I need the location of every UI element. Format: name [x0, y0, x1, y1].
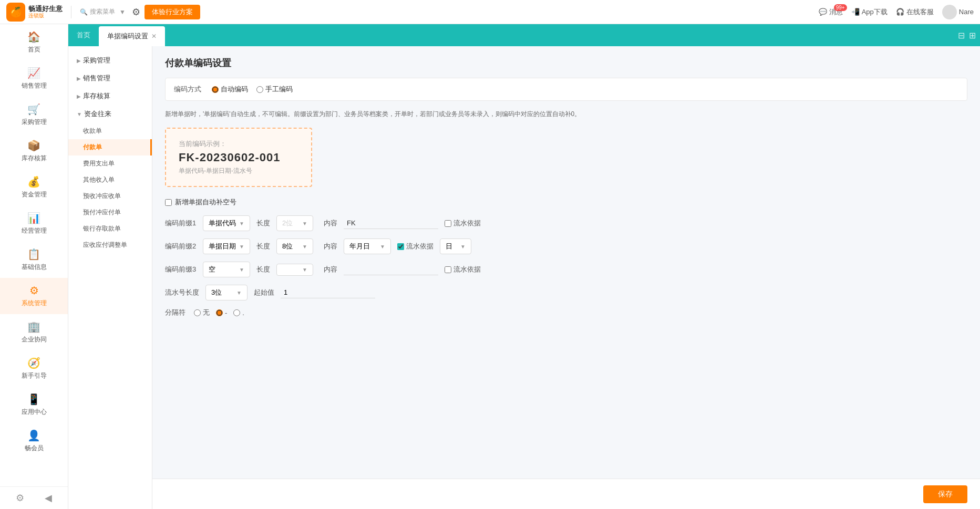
prefix2-label: 编码前缀2: [165, 242, 197, 251]
prefix1-arrow-icon: ▼: [239, 221, 244, 226]
tab-encode-setting[interactable]: 单据编码设置 ✕: [99, 26, 165, 46]
prefix2-content-select[interactable]: 年月日 ▼: [344, 238, 391, 254]
sidebar-item-member[interactable]: 👤 畅会员: [0, 423, 68, 459]
sidebar-item-finance[interactable]: 💰 资金管理: [0, 169, 68, 205]
separator-dash[interactable]: -: [216, 309, 227, 317]
right-section: 付款单编码设置 编码方式 自动编码 手工编码: [152, 46, 980, 509]
menu-item-payment[interactable]: 付款单: [68, 139, 152, 155]
sidebar-item-app[interactable]: 📱 应用中心: [0, 387, 68, 423]
menu-item-prepaid-payable[interactable]: 预付冲应付单: [68, 204, 152, 221]
dropdown-arrow-icon[interactable]: ▼: [119, 8, 126, 16]
search-menu-button[interactable]: 🔍 搜索菜单: [80, 7, 115, 16]
prefix1-label: 编码前缀1: [165, 219, 197, 228]
separator-none[interactable]: 无: [194, 308, 210, 317]
prefix2-serial-checkbox[interactable]: [397, 243, 404, 250]
menu-item-adjust[interactable]: 应收应付调整单: [68, 237, 152, 253]
menu-group-capital-title[interactable]: ▼ 资金往来: [68, 105, 152, 123]
prefix1-serial-check[interactable]: 流水依据: [445, 219, 481, 228]
serial-length-value: 3位: [211, 288, 222, 297]
manual-code-label: 手工编码: [265, 85, 293, 94]
separator-none-radio[interactable]: [194, 309, 201, 316]
menu-group-inventory-title[interactable]: ▶ 库存核算: [68, 87, 152, 105]
logo-icon: 🍊: [6, 3, 25, 22]
menu-item-other-income[interactable]: 其他收入单: [68, 172, 152, 188]
maximize-icon[interactable]: ⊞: [969, 30, 976, 40]
sidebar-item-operation[interactable]: 📊 经营管理: [0, 205, 68, 242]
menu-group-purchase-title[interactable]: ▶ 采购管理: [68, 51, 152, 69]
menu-item-receipts[interactable]: 收款单: [68, 123, 152, 139]
prefix3-select[interactable]: 空 ▼: [203, 262, 250, 277]
prefix3-content-input[interactable]: [344, 264, 438, 275]
sidebar-item-sales[interactable]: 📈 销售管理: [0, 60, 68, 97]
separator-dot-radio[interactable]: [233, 309, 240, 316]
sidebar-item-enterprise-label: 企业协同: [22, 335, 47, 344]
sales-group-label: 销售管理: [83, 74, 110, 83]
menu-item-expense[interactable]: 费用支出单: [68, 155, 152, 172]
prefix1-row: 编码前缀1 单据代码 ▼ 长度 2位 ▼ 内容: [165, 215, 967, 231]
prefix2-serial-check[interactable]: 流水依据: [397, 242, 434, 251]
prefix2-content-arrow-icon: ▼: [380, 244, 385, 250]
minimize-icon[interactable]: ⊟: [958, 30, 965, 40]
tab-home[interactable]: 首页: [68, 24, 99, 46]
sidebar-item-basic[interactable]: 📋 基础信息: [0, 242, 68, 278]
online-service-label: 在线客服: [906, 7, 934, 17]
prefix1-content-input[interactable]: [344, 217, 438, 229]
sidebar-item-purchase[interactable]: 🛒 采购管理: [0, 97, 68, 133]
manual-code-radio[interactable]: 手工编码: [256, 85, 293, 94]
auto-fill-label: 新增单据自动补空号: [175, 198, 236, 207]
start-value-input[interactable]: [281, 287, 375, 298]
prefix2-period-value: 日: [446, 242, 452, 251]
serial-row: 流水号长度 3位 ▼ 起始值: [165, 285, 967, 300]
serial-length-select[interactable]: 3位 ▼: [205, 285, 247, 300]
online-service-item[interactable]: 🎧 在线客服: [896, 7, 934, 17]
tab-home-label: 首页: [77, 30, 90, 40]
app-icon: 📱: [27, 393, 40, 406]
sidebar-item-enterprise[interactable]: 🏢 企业协同: [0, 314, 68, 350]
sidebar-item-home[interactable]: 🏠 首页: [0, 24, 68, 60]
main-layout: 🏠 首页 📈 销售管理 🛒 采购管理 📦 库存核算 💰 资金管理 📊 经营管理 …: [0, 24, 980, 509]
manual-code-radio-input[interactable]: [256, 86, 263, 93]
settings-icon[interactable]: ⚙: [132, 6, 140, 18]
save-button[interactable]: 保存: [923, 485, 967, 503]
user-item[interactable]: Nare: [942, 5, 974, 19]
enterprise-icon: 🏢: [27, 320, 40, 333]
content-area: 首页 单据编码设置 ✕ ⊟ ⊞ ▶ 采购管理: [68, 24, 980, 509]
prefix2-period-select[interactable]: 日 ▼: [440, 238, 471, 254]
auto-code-radio-input[interactable]: [212, 86, 219, 93]
sidebar-item-guide[interactable]: 🧭 新手引导: [0, 350, 68, 387]
auto-code-radio[interactable]: 自动编码: [212, 85, 248, 94]
sidebar-settings-button[interactable]: ⚙: [16, 492, 24, 504]
auto-code-label: 自动编码: [221, 85, 248, 94]
purchase-group-label: 采购管理: [83, 56, 110, 65]
prefix1-serial-checkbox[interactable]: [445, 220, 451, 227]
prefix2-length-value: 8位: [282, 242, 293, 251]
prefix3-length-select[interactable]: ▼: [276, 264, 313, 276]
menu-group-purchase: ▶ 采购管理: [68, 51, 152, 69]
app-download-item[interactable]: 📲 App下载: [851, 7, 888, 17]
separator-dash-radio[interactable]: [216, 309, 223, 316]
menu-item-bank-deposit[interactable]: 银行存取款单: [68, 221, 152, 237]
sidebar-item-system[interactable]: ⚙ 系统管理: [0, 278, 68, 314]
prefix3-serial-checkbox[interactable]: [445, 266, 451, 273]
sidebar-collapse-button[interactable]: ◀: [45, 492, 52, 504]
user-name: Nare: [959, 8, 974, 16]
tab-close-icon[interactable]: ✕: [151, 33, 157, 40]
sidebar-item-home-label: 首页: [28, 45, 40, 54]
prefix2-length-arrow-icon: ▼: [302, 244, 307, 250]
prefix1-select[interactable]: 单据代码 ▼: [203, 215, 250, 231]
sidebar-item-purchase-label: 采购管理: [22, 118, 47, 127]
prefix2-length-select[interactable]: 8位 ▼: [276, 238, 313, 254]
prefix3-serial-check[interactable]: 流水依据: [445, 265, 481, 274]
experience-button[interactable]: 体验行业方案: [145, 5, 200, 19]
prefix2-serial-label: 流水依据: [406, 242, 434, 251]
separator-dot[interactable]: .: [233, 309, 244, 317]
menu-group-sales-title[interactable]: ▶ 销售管理: [68, 69, 152, 87]
message-badge: 99+: [834, 4, 847, 11]
prefix2-select[interactable]: 单据日期 ▼: [203, 238, 250, 254]
sidebar-item-inventory[interactable]: 📦 库存核算: [0, 133, 68, 169]
topbar-right: 💬 消息 99+ 📲 App下载 🎧 在线客服 Nare: [819, 5, 974, 19]
auto-fill-checkbox[interactable]: [165, 199, 172, 206]
prefix1-length-select[interactable]: 2位 ▼: [276, 215, 313, 231]
menu-item-prepaid-receivable[interactable]: 预收冲应收单: [68, 188, 152, 204]
message-item[interactable]: 💬 消息 99+: [819, 7, 843, 17]
